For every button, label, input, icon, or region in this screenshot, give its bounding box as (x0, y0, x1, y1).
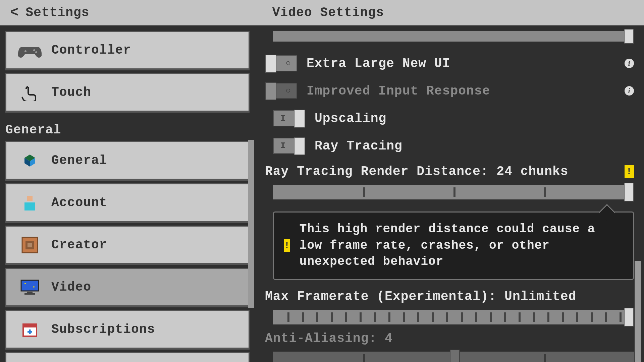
slider-label-rt-distance: Ray Tracing Render Distance: 24 chunks ! (265, 164, 634, 179)
sidebar-scrollbar[interactable] (248, 140, 254, 308)
toggle-knob (265, 82, 276, 100)
main-panel: ○ Extra Large New UI i ○ Improved Input … (255, 26, 644, 362)
svg-point-0 (24, 50, 26, 52)
slider-thumb[interactable] (624, 183, 634, 201)
sidebar-item-label: General (51, 153, 107, 168)
warning-tooltip: ! This high render distance could cause … (273, 212, 634, 280)
sidebar-item-account[interactable]: Account (5, 183, 250, 223)
account-icon (18, 194, 42, 211)
main-scrollbar[interactable] (635, 261, 641, 362)
sidebar-item-subscriptions[interactable]: Subscriptions (5, 310, 250, 350)
back-label: Settings (25, 5, 89, 20)
page-title: Video Settings (90, 5, 634, 20)
sidebar-item-label: Video (51, 280, 91, 294)
toggle-label: Ray Tracing (315, 139, 634, 153)
slider-max-framerate[interactable] (273, 310, 634, 324)
toggle-knob (294, 137, 305, 155)
slider-partial[interactable] (273, 31, 634, 42)
svg-point-1 (33, 49, 35, 51)
warning-icon: ! (284, 239, 290, 252)
svg-point-11 (24, 283, 26, 284)
sidebar-item-creator[interactable]: Creator (5, 226, 250, 265)
calendar-plus-icon (18, 321, 42, 338)
toggle-ray-tracing[interactable]: I (273, 138, 305, 154)
toggle-on-glyph: I (280, 141, 286, 151)
svg-rect-4 (24, 202, 35, 210)
sidebar: Controller Touch General General Account (0, 26, 255, 362)
svg-rect-7 (28, 243, 32, 247)
toggle-on-glyph: I (280, 113, 286, 123)
svg-rect-10 (24, 293, 35, 295)
slider-label-max-framerate: Max Framerate (Experimental): Unlimited (265, 289, 634, 304)
svg-rect-3 (27, 196, 33, 201)
sidebar-item-video[interactable]: Video (5, 268, 250, 307)
toggle-label: Improved Input Response (307, 84, 625, 98)
sidebar-item-controller[interactable]: Controller (5, 31, 250, 70)
toggle-upscaling[interactable]: I (273, 110, 305, 126)
section-header-general: General (5, 123, 250, 137)
toggle-label: Extra Large New UI (307, 56, 625, 71)
sidebar-item-label: Account (51, 195, 107, 210)
info-icon[interactable]: i (625, 59, 634, 68)
toggle-knob (265, 55, 276, 73)
toggle-off-glyph: ○ (285, 58, 291, 68)
sidebar-item-label: Creator (51, 238, 107, 252)
touch-icon (18, 84, 42, 101)
warning-icon[interactable]: ! (625, 165, 634, 178)
slider-thumb[interactable] (624, 308, 634, 326)
slider-label-anti-aliasing: Anti-Aliasing: 4 (265, 331, 634, 346)
slider-rt-distance[interactable] (273, 185, 634, 199)
sidebar-item-label: Controller (51, 43, 131, 57)
info-icon[interactable]: i (625, 86, 634, 96)
warning-text: This high render distance could cause a … (300, 221, 623, 270)
chevron-left-icon: < (10, 5, 19, 21)
svg-rect-8 (21, 280, 39, 291)
controller-icon (18, 42, 42, 59)
slider-thumb (450, 350, 460, 362)
toggle-off-glyph: ○ (285, 86, 291, 96)
svg-point-12 (33, 286, 35, 288)
sidebar-item-label: Touch (51, 85, 91, 100)
toggle-label: Upscaling (315, 111, 634, 126)
sidebar-item-label: Subscriptions (51, 322, 155, 337)
cube-icon (18, 154, 42, 167)
toggle-improved-input: ○ (265, 83, 297, 99)
slider-thumb[interactable] (624, 29, 634, 44)
svg-rect-9 (27, 292, 33, 293)
back-button[interactable]: < Settings (10, 5, 90, 21)
toggle-knob (294, 110, 305, 128)
svg-rect-14 (23, 324, 37, 327)
creator-icon (18, 237, 42, 253)
svg-point-2 (35, 51, 37, 53)
monitor-icon (18, 280, 42, 295)
slider-anti-aliasing (273, 352, 634, 362)
toggle-extra-large-ui[interactable]: ○ (265, 55, 297, 71)
sidebar-item-touch[interactable]: Touch (5, 73, 250, 113)
sidebar-item-audio[interactable]: Audio (5, 352, 250, 362)
sidebar-item-general[interactable]: General (5, 141, 250, 181)
